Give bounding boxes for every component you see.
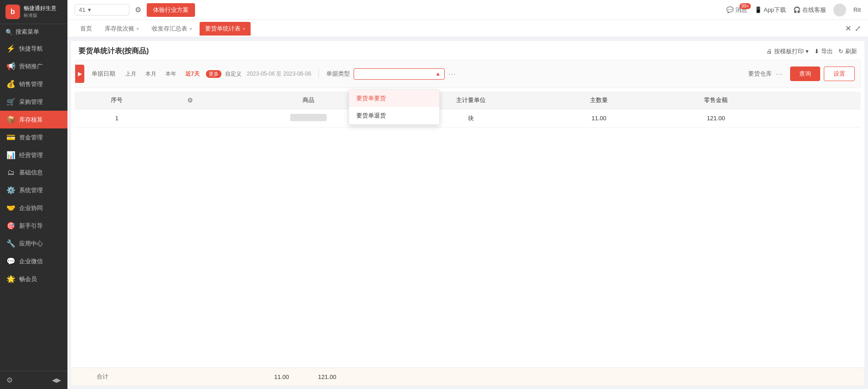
sidebar-item-label: 应用中心	[19, 240, 43, 248]
page-header: 要货单统计表(按商品) 🖨 按模板打印 ▾ ⬇ 导出 ↻ 刷新	[71, 41, 864, 60]
sidebar-item-wechat[interactable]: 💬 企业微信	[0, 252, 67, 270]
date-btn-current[interactable]: 本月	[143, 69, 159, 79]
user-avatar[interactable]	[833, 4, 846, 16]
enterprise-icon: 🤝	[6, 204, 15, 212]
tabs-expand-btn[interactable]: ⤢	[855, 24, 861, 33]
dropdown-item-order-return[interactable]: 要货单退货	[349, 107, 439, 124]
date-btn-year[interactable]: 本年	[163, 69, 179, 79]
finance-icon: 💳	[6, 133, 15, 142]
sidebar-item-sales[interactable]: 💰 销售管理	[0, 75, 67, 93]
refresh-btn[interactable]: ↻ 刷新	[838, 47, 857, 56]
tab-home[interactable]: 首页	[75, 22, 98, 36]
guide-icon: 🎯	[6, 221, 15, 230]
logo-name: 畅捷通好生意	[24, 5, 56, 12]
sidebar-item-system[interactable]: ⚙️ 系统管理	[0, 181, 67, 199]
sidebar-bottom: ⚙ ◀▶	[0, 371, 67, 389]
messages-btn[interactable]: 💬 消息 99+	[726, 6, 747, 14]
filter-more-icon[interactable]: ⋯	[448, 70, 456, 78]
column-settings-icon[interactable]: ⚙	[187, 97, 193, 104]
sidebar-item-label: 企业微信	[19, 257, 43, 266]
app-download-btn[interactable]: 📱 App下载	[755, 6, 786, 14]
company-selector[interactable]: 41 ▾	[75, 4, 129, 15]
print-btn[interactable]: 🖨 按模板打印 ▾	[766, 47, 809, 56]
search-icon: 🔍	[5, 29, 13, 36]
membership-icon: 🌟	[6, 275, 15, 283]
filter-expand-btn[interactable]: ▶	[75, 65, 84, 83]
sidebar-nav: ⚡ 快捷导航 📢 营销推广 💰 销售管理 🛒 采购管理 📦 库存核算 💳 资金管…	[0, 40, 67, 371]
online-service-btn[interactable]: 🎧 在线客服	[793, 6, 826, 14]
tabs-close-all-btn[interactable]: ✕	[845, 24, 851, 33]
sidebar-item-enterprise[interactable]: 🤝 企业协同	[0, 199, 67, 217]
sidebar-item-membership[interactable]: 🌟 畅会员	[0, 270, 67, 288]
basics-icon: 🗂	[6, 169, 15, 177]
sidebar-collapse-btn[interactable]: ◀▶	[52, 377, 61, 384]
date-filter-btns: 上月 本月 本年 近7天 更多 自定义 2023-05-06 至 2023-06…	[123, 69, 311, 79]
sidebar-item-label: 营销推广	[19, 62, 43, 71]
type-filter-group: 单据类型 ▲ ⋯	[326, 68, 741, 80]
query-btn[interactable]: 查询	[790, 67, 820, 81]
tab-inventory-batch[interactable]: 库存批次账 ×	[99, 22, 144, 36]
warehouse-more-icon[interactable]: ⋯	[776, 70, 783, 78]
refresh-label: 刷新	[845, 47, 857, 56]
tab-order-stat-close[interactable]: ×	[242, 26, 245, 31]
footer-quantity: 11.00	[263, 374, 300, 380]
sidebar-item-purchase[interactable]: 🛒 采购管理	[0, 93, 67, 111]
date-more-badge[interactable]: 更多	[206, 70, 221, 78]
quick-nav-icon: ⚡	[6, 44, 15, 53]
type-filter-select[interactable]: ▲	[354, 68, 445, 80]
topbar-gear-icon[interactable]: ⚙	[135, 5, 141, 14]
sidebar-item-finance[interactable]: 💳 资金管理	[0, 128, 67, 146]
sidebar-logo: b 畅捷通好生意 标准版	[0, 0, 67, 24]
sidebar-item-basics[interactable]: 🗂 基础信息	[0, 164, 67, 181]
type-filter-value	[358, 71, 360, 77]
table-header-row: 序号 ⚙ 商品 主计量单位 主数量 零售金额	[75, 92, 861, 109]
sidebar-item-operations[interactable]: 📊 经营管理	[0, 146, 67, 164]
sidebar-item-label: 系统管理	[19, 186, 43, 194]
logo-icon: b	[5, 5, 20, 19]
sidebar-item-label: 销售管理	[19, 80, 43, 88]
tab-recv-summary-close[interactable]: ×	[189, 26, 192, 31]
marketing-icon: 📢	[6, 62, 15, 71]
trial-btn[interactable]: 体验行业方案	[147, 3, 195, 17]
set-btn[interactable]: 设置	[824, 67, 855, 81]
inventory-icon: 📦	[6, 115, 15, 124]
tabs-right: ✕ ⤢	[845, 24, 861, 33]
tab-inventory-batch-close[interactable]: ×	[136, 26, 139, 31]
export-btn[interactable]: ⬇ 导出	[814, 47, 833, 56]
col-header-extra2	[820, 92, 861, 109]
print-icon: 🖨	[766, 48, 772, 55]
export-label: 导出	[821, 47, 833, 56]
sidebar-item-quick-nav[interactable]: ⚡ 快捷导航	[0, 40, 67, 57]
cell-amount: 121.00	[652, 109, 780, 128]
sidebar: b 畅捷通好生意 标准版 🔍 搜索菜单 ⚡ 快捷导航 📢 营销推广 💰 销售管理…	[0, 0, 67, 389]
cell-quantity: 11.00	[546, 109, 652, 128]
tab-order-stat[interactable]: 要货单统计表 ×	[200, 22, 251, 36]
type-dropdown: 要货单要货 要货单退货	[349, 89, 440, 125]
sidebar-item-label: 库存核算	[19, 116, 43, 124]
app-download-label: App下载	[764, 6, 786, 14]
dropdown-item-order-goods[interactable]: 要货单要货	[349, 90, 439, 107]
topbar-right: 💬 消息 99+ 📱 App下载 🎧 在线客服 Rit	[726, 4, 861, 16]
service-label: 在线客服	[802, 6, 826, 14]
tab-recv-summary[interactable]: 收发存汇总表 ×	[146, 22, 197, 36]
system-icon: ⚙️	[6, 186, 15, 194]
sidebar-item-label: 快捷导航	[19, 45, 43, 53]
apps-icon: 🔧	[6, 239, 15, 248]
date-btn-week7[interactable]: 近7天	[183, 69, 202, 79]
table-footer: 合计 11.00 121.00	[71, 368, 864, 385]
cell-extra2	[820, 109, 861, 128]
footer-label: 合计	[78, 373, 108, 381]
sidebar-item-guide[interactable]: 🎯 新手引导	[0, 217, 67, 235]
filter-divider	[318, 69, 319, 78]
warehouse-filter-label: 要货仓库	[748, 70, 772, 78]
date-btn-custom[interactable]: 自定义	[225, 70, 241, 78]
settings-bottom-icon[interactable]: ⚙	[6, 376, 13, 384]
cell-settings	[159, 109, 221, 128]
print-label: 按模板打印	[774, 47, 804, 56]
date-btn-up[interactable]: 上月	[123, 69, 139, 79]
sidebar-search[interactable]: 🔍 搜索菜单	[0, 24, 67, 40]
table-body: 1 块 11.00 121.00	[75, 109, 861, 128]
sidebar-item-marketing[interactable]: 📢 营销推广	[0, 57, 67, 75]
sidebar-item-apps[interactable]: 🔧 应用中心	[0, 235, 67, 252]
sidebar-item-inventory[interactable]: 📦 库存核算	[0, 111, 67, 128]
